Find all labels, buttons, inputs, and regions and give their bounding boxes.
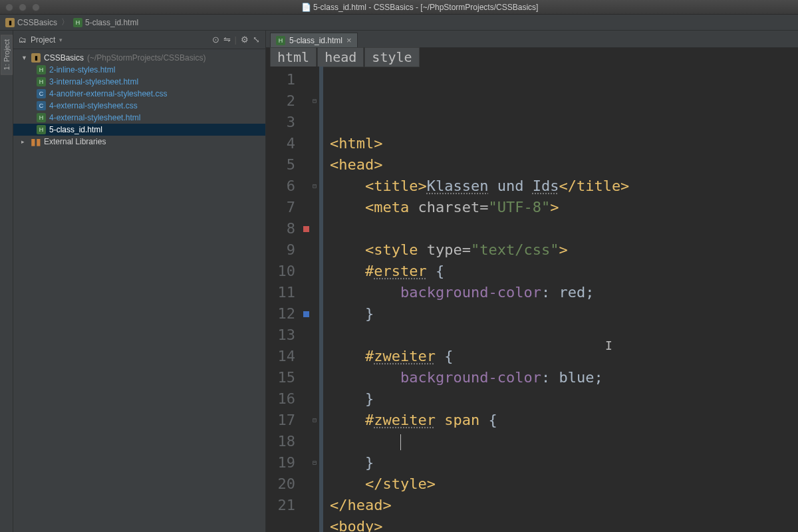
title-file-icon: 📄 — [301, 3, 311, 12]
breadcrumb-file[interactable]: H 5-class_id.html — [73, 18, 138, 27]
separator-icon: | — [235, 35, 237, 45]
project-file-item[interactable]: H5-class_id.html — [13, 124, 265, 136]
breadcrumb-file-label: 5-class_id.html — [85, 18, 138, 27]
project-file-item[interactable]: C4-external-stylesheet.css — [13, 100, 265, 112]
file-name-label: 2-inline-styles.html — [49, 65, 115, 74]
project-root-label: CSSBasics — [44, 53, 84, 63]
twisty-closed-icon[interactable]: ▸ — [21, 138, 28, 145]
css-file-icon: C — [37, 101, 46, 110]
code-content[interactable]: 𝙸 <html><head> <title>Klassen und Ids</t… — [326, 66, 798, 532]
close-window-button[interactable] — [5, 3, 13, 11]
tool-window-bar: 1: Project — [0, 31, 13, 532]
libraries-icon: ▮▮ — [31, 137, 41, 146]
project-view-icon: 🗂 — [19, 35, 27, 45]
external-libraries-label: External Libraries — [44, 137, 106, 146]
navigation-breadcrumb: ▮ CSSBasics 〉 H 5-class_id.html — [0, 15, 798, 31]
project-file-item[interactable]: H3-internal-stylesheet.html — [13, 76, 265, 88]
editor-tab[interactable]: H 5-class_id.html × — [270, 33, 358, 47]
project-view-label[interactable]: Project — [31, 35, 55, 45]
breadcrumb-root[interactable]: ▮ CSSBasics — [5, 18, 57, 27]
editor-tabs: H 5-class_id.html × — [266, 31, 798, 48]
project-root-path: (~/PhpStormProjects/CSSBasics) — [87, 53, 205, 63]
close-tab-icon[interactable]: × — [346, 35, 352, 45]
main-area: 1: Project 🗂 Project ▾ ⊙ ⇋ | ⚙ ⤡ ▼ ▮ CSS… — [0, 31, 798, 532]
project-file-item[interactable]: C4-another-external-stylesheet.css — [13, 88, 265, 100]
file-name-label: 4-external-stylesheet.html — [49, 113, 140, 122]
collapse-all-icon[interactable]: ⇋ — [223, 35, 231, 45]
html-file-icon: H — [37, 113, 46, 122]
chevron-down-icon[interactable]: ▾ — [59, 37, 63, 43]
project-root-node[interactable]: ▼ ▮ CSSBasics (~/PhpStormProjects/CSSBas… — [13, 52, 265, 64]
line-number-gutter[interactable]: 123456789101112131415161718192021 — [266, 66, 302, 532]
editor-structure-path: htmlheadstyle — [266, 48, 798, 66]
external-libraries-node[interactable]: ▸ ▮▮ External Libraries — [13, 136, 265, 148]
folder-icon: ▮ — [5, 18, 15, 27]
css-file-icon: C — [37, 89, 46, 98]
indent-guide — [319, 66, 323, 532]
project-file-item[interactable]: H4-external-stylesheet.html — [13, 112, 265, 124]
project-sidebar-header: 🗂 Project ▾ ⊙ ⇋ | ⚙ ⤡ — [13, 31, 265, 49]
window-titlebar: 📄 5-class_id.html - CSSBasics - [~/PhpSt… — [0, 0, 798, 15]
project-tree[interactable]: ▼ ▮ CSSBasics (~/PhpStormProjects/CSSBas… — [13, 49, 265, 532]
scroll-from-source-icon[interactable]: ⊙ — [212, 35, 219, 45]
fold-gutter[interactable]: ⊟⊟⊟⊟ — [310, 66, 319, 532]
window-title: 📄 5-class_id.html - CSSBasics - [~/PhpSt… — [47, 3, 793, 12]
window-title-text: 5-class_id.html - CSSBasics - [~/PhpStor… — [313, 3, 538, 12]
settings-gear-icon[interactable]: ⚙ — [241, 35, 249, 45]
html-file-icon: H — [37, 77, 46, 86]
folder-icon: ▮ — [31, 53, 41, 63]
traffic-lights — [5, 3, 40, 11]
chevron-right-icon: 〉 — [61, 17, 69, 28]
html-file-icon: H — [37, 125, 46, 134]
file-name-label: 5-class_id.html — [49, 125, 102, 134]
structure-path-segment[interactable]: style — [364, 47, 419, 67]
project-sidebar: 🗂 Project ▾ ⊙ ⇋ | ⚙ ⤡ ▼ ▮ CSSBasics (~/P… — [13, 31, 266, 532]
code-editor[interactable]: 123456789101112131415161718192021 ⊟⊟⊟⊟ 𝙸… — [266, 66, 798, 532]
file-name-label: 4-external-stylesheet.css — [49, 101, 138, 110]
editor-area: H 5-class_id.html × htmlheadstyle 123456… — [266, 31, 798, 532]
html-file-icon: H — [37, 65, 46, 74]
minimize-window-button[interactable] — [19, 3, 27, 11]
file-name-label: 4-another-external-stylesheet.css — [49, 89, 167, 98]
twisty-open-icon[interactable]: ▼ — [21, 55, 28, 61]
html-file-icon: H — [73, 18, 82, 27]
zoom-window-button[interactable] — [32, 3, 40, 11]
project-toolwindow-tab[interactable]: 1: Project — [1, 35, 13, 74]
structure-path-segment[interactable]: head — [317, 47, 364, 67]
file-name-label: 3-internal-stylesheet.html — [49, 77, 138, 86]
project-file-item[interactable]: H2-inline-styles.html — [13, 64, 265, 76]
structure-path-segment[interactable]: html — [270, 47, 317, 67]
breadcrumb-root-label: CSSBasics — [17, 18, 57, 27]
hide-toolwindow-icon[interactable]: ⤡ — [253, 35, 260, 45]
gutter-markers — [302, 66, 310, 532]
editor-tab-label: 5-class_id.html — [289, 36, 342, 45]
html-file-icon: H — [276, 36, 285, 45]
